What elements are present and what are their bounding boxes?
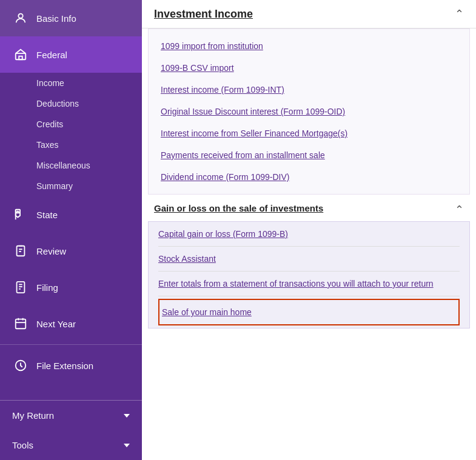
link-dividend-income[interactable]: Dividend income (Form 1099-DIV) (161, 166, 457, 188)
investment-income-links: 1099 import from institution 1099-B CSV … (148, 28, 470, 195)
chevron-down-icon (124, 414, 130, 418)
sidebar-item-label: Basic Info (36, 13, 76, 24)
sidebar-item-basic-info[interactable]: Basic Info (0, 0, 142, 36)
sidebar-item-label: Federal (36, 50, 67, 60)
sidebar-sub-deductions[interactable]: Deductions (12, 93, 142, 114)
investment-income-header: Investment Income ⌃ (142, 0, 476, 28)
svg-point-0 (18, 14, 22, 18)
svg-rect-12 (16, 319, 26, 329)
link-enter-totals[interactable]: Enter totals from a statement of transac… (158, 272, 460, 296)
link-oid-interest[interactable]: Original Issue Discount interest (Form 1… (161, 101, 457, 122)
sidebar-item-label: File Extension (36, 361, 93, 371)
gain-loss-links: Capital gain or loss (Form 1099-B) Stock… (148, 221, 470, 328)
building-icon (12, 46, 29, 63)
sidebar-item-filing[interactable]: Filing (0, 269, 142, 305)
sidebar-item-review[interactable]: Review (0, 233, 142, 269)
sidebar-sub-summary[interactable]: Summary (12, 176, 142, 196)
sidebar-divider-1 (0, 344, 142, 345)
sidebar-item-label: Next Year (36, 319, 76, 329)
tools-expandable[interactable]: Tools (0, 430, 142, 460)
sidebar-sub-income[interactable]: Income (12, 73, 142, 93)
collapse-subsection-button[interactable]: ⌃ (455, 203, 464, 216)
gain-loss-header: Gain or loss on the sale of investments … (142, 195, 476, 221)
sidebar-item-label: State (36, 210, 58, 220)
sidebar-item-federal[interactable]: Federal (0, 36, 142, 73)
clock-icon (12, 357, 29, 374)
clipboard-icon (12, 242, 29, 259)
calendar-icon (12, 315, 29, 332)
sidebar-bottom: My Return Tools (0, 400, 142, 460)
link-seller-financed[interactable]: Interest income from Seller Financed Mor… (161, 122, 457, 144)
link-installment-sale[interactable]: Payments received from an installment sa… (161, 144, 457, 166)
chevron-down-icon (124, 444, 130, 447)
link-1099b-csv[interactable]: 1099-B CSV import (161, 57, 457, 79)
sidebar-sub-taxes[interactable]: Taxes (12, 135, 142, 155)
sidebar-item-next-year[interactable]: Next Year (0, 305, 142, 342)
link-interest-income[interactable]: Interest income (Form 1099-INT) (161, 79, 457, 101)
subsection-title: Gain or loss on the sale of investments (154, 203, 323, 213)
link-1099-import[interactable]: 1099 import from institution (161, 35, 457, 57)
section-title: Investment Income (154, 8, 253, 21)
link-sale-main-home[interactable]: Sale of your main home (158, 299, 460, 325)
my-return-label: My Return (12, 410, 54, 421)
my-return-expandable[interactable]: My Return (0, 401, 142, 430)
collapse-section-button[interactable]: ⌃ (455, 7, 464, 21)
sidebar-sub-credits[interactable]: Credits (12, 114, 142, 135)
federal-sub-items: Income Deductions Credits Taxes Miscella… (0, 73, 142, 196)
document-icon (12, 279, 29, 296)
main-content: Investment Income ⌃ 1099 import from ins… (142, 0, 476, 460)
sidebar-item-state[interactable]: State (0, 196, 142, 233)
tools-label: Tools (12, 440, 33, 450)
flag-icon (12, 206, 29, 223)
sidebar-item-file-extension[interactable]: File Extension (0, 347, 142, 384)
sidebar: Basic Info Federal Income Deductions Cre… (0, 0, 142, 460)
svg-rect-2 (19, 56, 22, 60)
person-icon (12, 10, 29, 27)
link-capital-gain[interactable]: Capital gain or loss (Form 1099-B) (158, 222, 460, 247)
sidebar-item-label: Review (36, 246, 66, 256)
link-stock-assistant[interactable]: Stock Assistant (158, 247, 460, 272)
sidebar-sub-miscellaneous[interactable]: Miscellaneous (12, 155, 142, 176)
sidebar-item-label: Filing (36, 282, 58, 293)
